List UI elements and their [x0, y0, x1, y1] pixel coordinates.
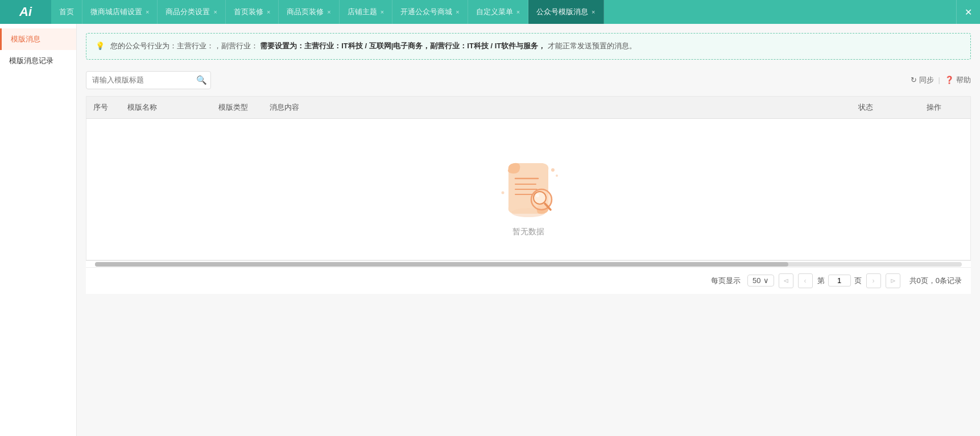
svg-point-9: [551, 168, 555, 172]
table-header-actions: 操作: [920, 96, 971, 118]
notice-prefix: 您的公众号行业为：主营行业：，副营行业：: [110, 41, 258, 50]
sidebar-item-template-message[interactable]: 模版消息: [0, 28, 76, 50]
scrollbar-area[interactable]: [86, 260, 971, 267]
scrollbar-thumb: [95, 262, 788, 267]
prev-page-button[interactable]: ‹: [798, 273, 813, 288]
help-button[interactable]: ❓ 帮助: [945, 75, 971, 85]
table-body: 暂无数据: [86, 118, 971, 260]
svg-point-11: [502, 191, 505, 194]
svg-point-10: [556, 175, 558, 177]
sync-button[interactable]: ↻ 同步: [911, 75, 934, 85]
content-area: 💡 您的公众号行业为：主营行业：，副营行业： 需要设置为：主营行业：IT科技 /…: [77, 24, 980, 436]
svg-point-8: [536, 194, 539, 197]
nav-tab-home[interactable]: 首页: [51, 0, 82, 24]
page-size-select[interactable]: 50 ∨: [747, 275, 774, 286]
tab-close-homepage-decor[interactable]: ×: [267, 9, 270, 15]
app-logo: Ai: [0, 0, 51, 24]
scrollbar-track: [95, 262, 962, 267]
nav-tab-wechat-template[interactable]: 公众号模版消息×: [528, 0, 603, 24]
main-layout: 模版消息模版消息记录 💡 您的公众号行业为：主营行业：，副营行业： 需要设置为：…: [0, 24, 980, 436]
last-page-button[interactable]: ⊳: [886, 273, 900, 288]
search-actions: ↻ 同步 | ❓ 帮助: [911, 75, 971, 85]
table-header-name: 模版名称: [121, 96, 212, 118]
sidebar-item-template-records[interactable]: 模版消息记录: [0, 50, 76, 72]
search-input-wrap: 🔍: [86, 71, 211, 89]
nav-tab-store-theme[interactable]: 店铺主题×: [340, 0, 392, 24]
tab-close-product-decor[interactable]: ×: [327, 9, 330, 15]
close-all-tabs-button[interactable]: ✕: [956, 0, 980, 24]
table-header-row: 序号模版名称模版类型消息内容状态操作: [86, 96, 971, 118]
nav-tab-custom-menu[interactable]: 自定义菜单×: [468, 0, 528, 24]
notice-suffix: 才能正常发送预置的消息。: [548, 41, 636, 50]
nav-tabs: 首页微商城店铺设置×商品分类设置×首页装修×商品页装修×店铺主题×开通公众号商城…: [51, 0, 956, 24]
page-prefix-label: 第: [817, 276, 825, 286]
page-size-value: 50: [752, 276, 760, 285]
help-label: 帮助: [956, 75, 971, 85]
data-table: 序号模版名称模版类型消息内容状态操作: [86, 96, 971, 260]
search-input[interactable]: [86, 72, 192, 88]
chevron-down-icon: ∨: [763, 276, 769, 285]
page-total: 共0页，0条记录: [909, 276, 962, 286]
help-icon: ❓: [945, 76, 954, 84]
pagination: 每页显示 50 ∨ ⊲ ‹ 第 页 › ⊳ 共0页，0条记录: [86, 267, 971, 294]
tab-close-weshop-settings[interactable]: ×: [146, 9, 149, 15]
table-header-content: 消息内容: [263, 96, 851, 118]
nav-tab-product-decor[interactable]: 商品页装修×: [279, 0, 339, 24]
svg-point-6: [534, 192, 546, 204]
next-page-button[interactable]: ›: [866, 273, 881, 288]
page-number-field[interactable]: [828, 275, 851, 286]
page-number-input: 第 页: [817, 275, 862, 286]
table-header-index: 序号: [86, 96, 121, 118]
empty-state: 暂无数据: [86, 119, 970, 260]
empty-illustration: [491, 153, 565, 227]
notice-highlight: 需要设置为：主营行业：IT科技 / 互联网|电子商务，副营行业：IT科技 / I…: [260, 41, 545, 50]
table-header-status: 状态: [851, 96, 920, 118]
search-button[interactable]: 🔍: [192, 72, 211, 89]
divider: |: [938, 76, 940, 84]
nav-tab-weshop-settings[interactable]: 微商城店铺设置×: [82, 0, 158, 24]
notice-icon: 💡: [96, 41, 105, 50]
table-header-type: 模版类型: [212, 96, 263, 118]
tab-close-wechat-template[interactable]: ×: [592, 9, 595, 15]
nav-tab-product-category[interactable]: 商品分类设置×: [158, 0, 225, 24]
empty-text: 暂无数据: [512, 227, 544, 237]
page-suffix-label: 页: [854, 276, 862, 286]
sync-icon: ↻: [911, 76, 917, 84]
search-bar: 🔍 ↻ 同步 | ❓ 帮助: [86, 71, 971, 89]
per-page-label: 每页显示: [711, 276, 741, 286]
tab-close-open-wechat-mall[interactable]: ×: [456, 9, 459, 15]
tab-close-product-category[interactable]: ×: [213, 9, 217, 15]
top-navigation: Ai 首页微商城店铺设置×商品分类设置×首页装修×商品页装修×店铺主题×开通公众…: [0, 0, 980, 24]
sync-label: 同步: [919, 75, 934, 85]
notice-box: 💡 您的公众号行业为：主营行业：，副营行业： 需要设置为：主营行业：IT科技 /…: [86, 33, 971, 60]
nav-tab-homepage-decor[interactable]: 首页装修×: [226, 0, 279, 24]
table-container: 序号模版名称模版类型消息内容状态操作: [86, 96, 971, 260]
tab-close-store-theme[interactable]: ×: [381, 9, 384, 15]
nav-tab-open-wechat-mall[interactable]: 开通公众号商城×: [392, 0, 468, 24]
first-page-button[interactable]: ⊲: [779, 273, 793, 288]
tab-close-custom-menu[interactable]: ×: [516, 9, 520, 15]
sidebar: 模版消息模版消息记录: [0, 24, 77, 436]
